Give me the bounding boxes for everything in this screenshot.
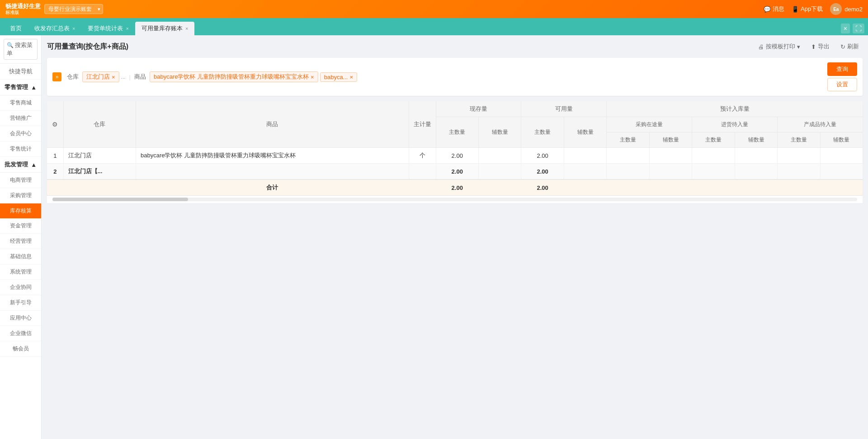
cell-unit-group (409, 164, 436, 180)
sidebar-item-guide[interactable]: 新手引导 (0, 295, 41, 311)
cell-product: babycare学饮杯 儿童防摔防撞吸管杯重力球吸嘴杯宝宝水杯 (136, 148, 409, 164)
filter-divider: | (129, 74, 131, 80)
cell-current-sub (478, 148, 521, 164)
tenant-selector-wrap[interactable]: 母婴行业演示账套 (44, 4, 103, 14)
tab-available[interactable]: 可用量库存账本 × (135, 22, 194, 35)
gear-icon[interactable]: ⚙ (52, 121, 58, 128)
cell-rownum: 1 (47, 148, 63, 164)
cell-purchase-main-group (607, 164, 649, 180)
avatar: Ea (830, 3, 842, 15)
fullscreen-btn[interactable]: ⛶ (853, 24, 864, 33)
sidebar-search-section: 🔍 搜索菜单 (0, 35, 41, 64)
top-bar-left: 畅捷通好生意 标准版 母婴行业演示账套 (5, 3, 103, 15)
footer-current-main: 2.00 (436, 179, 478, 195)
cell-production-sub-group (820, 164, 863, 180)
data-table-wrap: ⚙ 仓库 商品 主计量 现存量 可用量 预计入库量 主数量 辅数量 (47, 101, 863, 195)
page-actions: 🖨 按模板打印 ▾ ⬆ 导出 ↻ 刷新 (755, 41, 863, 52)
sidebar-item-ecommerce[interactable]: 电商管理 (0, 173, 41, 188)
tab-receive[interactable]: 收发存汇总表 × (28, 22, 81, 35)
product-tag2-remove[interactable]: × (349, 74, 353, 80)
tab-available-close[interactable]: × (185, 26, 188, 31)
export-btn[interactable]: ⬆ 导出 (807, 41, 833, 52)
sidebar-item-appstore[interactable]: 应用中心 (0, 311, 41, 326)
th-unit: 主计量 (409, 101, 436, 148)
cell-incoming-main-group (692, 164, 735, 180)
sidebar-item-members[interactable]: 会员中心 (0, 126, 41, 142)
cell-current-main: 2.00 (436, 148, 478, 164)
print-icon: 🖨 (758, 43, 764, 50)
data-table: ⚙ 仓库 商品 主计量 现存量 可用量 预计入库量 主数量 辅数量 (47, 101, 863, 195)
print-btn[interactable]: 🖨 按模板打印 ▾ (755, 41, 804, 52)
product-tag1-remove[interactable]: × (311, 74, 314, 80)
sidebar-item-retail[interactable]: 零售管理▲ (0, 80, 41, 95)
footer-empty1 (47, 179, 63, 195)
warehouse-tag-remove[interactable]: × (112, 74, 115, 80)
th-production-main: 主数量 (778, 132, 820, 148)
product-tag2[interactable]: babyca... × (320, 72, 357, 82)
table-footer-row: 合计 2.00 2.00 (47, 179, 863, 195)
warehouse-more[interactable]: ... (121, 74, 126, 80)
cell-available-sub-group (564, 164, 606, 180)
th-production-group: 产成品待入量 (778, 117, 863, 132)
top-bar-right: 💬 消息 📱 App下载 Ea demo2 (764, 3, 863, 15)
tab-bar-actions: × ⛶ (841, 24, 864, 33)
download-icon: 📱 (792, 6, 799, 13)
footer-label: 合计 (136, 179, 409, 195)
sidebar-item-member[interactable]: 畅会员 (0, 341, 41, 357)
settings-btn[interactable]: 设置 (827, 78, 857, 91)
product-tag1[interactable]: babycare学饮杯 儿童防摔防撞吸管杯重力球吸嘴杯宝宝水杯 × (150, 71, 318, 82)
th-available-main: 主数量 (521, 117, 564, 148)
th-gear: ⚙ (47, 101, 63, 148)
cell-current-sub-group (478, 164, 521, 180)
filter-expand-btn[interactable]: » (52, 72, 61, 81)
cell-purchase-sub-group (649, 164, 692, 180)
cell-production-main-group (778, 164, 820, 180)
cell-production-sub (820, 148, 863, 164)
cell-purchase-sub (649, 148, 692, 164)
warehouse-tag[interactable]: 江北门店 × (82, 71, 119, 82)
download-btn[interactable]: 📱 App下载 (792, 5, 823, 13)
th-incoming-main: 主数量 (692, 132, 735, 148)
sidebar-item-wholesale[interactable]: 批发管理▲ (0, 157, 41, 173)
sidebar-item-quicknav[interactable]: 快捷导航 (0, 64, 41, 80)
th-warehouse: 仓库 (63, 101, 136, 148)
th-current-main: 主数量 (436, 117, 478, 148)
query-btn[interactable]: 查询 (827, 62, 857, 76)
sidebar-item-finance[interactable]: 资金管理 (0, 218, 41, 234)
refresh-btn[interactable]: ↻ 刷新 (837, 41, 863, 52)
scrollbar-thumb[interactable] (52, 198, 188, 201)
close-all-btn[interactable]: × (841, 24, 850, 33)
sidebar-item-enterprise[interactable]: 企业协同 (0, 280, 41, 295)
sidebar-item-retail-stats[interactable]: 零售统计 (0, 142, 41, 157)
sidebar-item-wechat[interactable]: 企业微信 (0, 326, 41, 341)
th-planned-group: 预计入库量 (607, 101, 863, 117)
sidebar-item-retail-store[interactable]: 零售商城 (0, 95, 41, 111)
tenant-selector[interactable]: 母婴行业演示账套 (44, 4, 103, 14)
tab-order[interactable]: 要货单统计表 × (81, 22, 135, 35)
sidebar-item-purchase[interactable]: 采购管理 (0, 188, 41, 203)
scrollbar-track[interactable] (52, 198, 857, 201)
footer-empty3 (409, 179, 436, 195)
refresh-icon: ↻ (840, 43, 845, 50)
tab-order-close[interactable]: × (126, 26, 128, 31)
tab-receive-close[interactable]: × (72, 26, 75, 31)
main-layout: 🔍 搜索菜单 快捷导航 零售管理▲ 零售商城 营销推广 会员中心 零售统计 批发… (0, 35, 868, 439)
cell-incoming-sub-group (735, 164, 777, 180)
th-incoming-group: 进货待入量 (692, 117, 778, 132)
th-current-sub: 辅数量 (478, 117, 521, 148)
tab-home[interactable]: 首页 (4, 22, 28, 35)
sidebar-item-marketing[interactable]: 营销推广 (0, 111, 41, 126)
sidebar-item-operation[interactable]: 经营管理 (0, 234, 41, 249)
cell-production-main (778, 148, 820, 164)
sidebar-item-inventory[interactable]: 库存核算 (0, 203, 41, 218)
search-menu-btn[interactable]: 🔍 搜索菜单 (4, 39, 38, 60)
cell-available-main-group: 2.00 (521, 164, 564, 180)
sidebar-item-basic[interactable]: 基础信息 (0, 249, 41, 264)
message-btn[interactable]: 💬 消息 (764, 5, 784, 13)
footer-incoming-main (692, 179, 735, 195)
sidebar-item-system[interactable]: 系统管理 (0, 264, 41, 280)
user-profile[interactable]: Ea demo2 (830, 3, 863, 15)
filter-section: 仓库 江北门店 × ... | 商品 babycare学饮杯 儿童防摔防撞吸管杯… (67, 71, 822, 82)
cell-available-sub (564, 148, 606, 164)
th-current-group: 现存量 (436, 101, 521, 117)
